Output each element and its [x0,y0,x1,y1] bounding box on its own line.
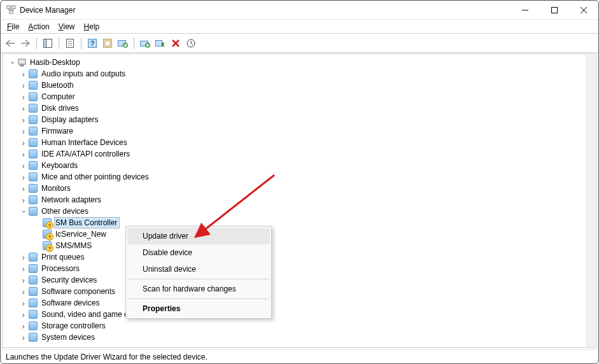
uninstall-device-icon[interactable] [169,36,183,50]
update-driver-icon[interactable] [138,36,152,50]
action-icon[interactable] [101,36,115,50]
disable-device-icon[interactable] [153,36,167,50]
tree-category[interactable]: Display adapters [5,114,596,125]
device-tree[interactable]: Hasib-Desktop Audio inputs and outputs B… [3,54,596,346]
tree-category-label: System devices [41,332,97,342]
expand-toggle-icon[interactable] [19,104,28,113]
tree-root[interactable]: Hasib-Desktop [5,57,596,68]
tree-category[interactable]: Other devices [5,206,596,217]
expand-toggle-icon[interactable] [19,195,28,204]
expand-toggle-icon[interactable] [19,150,28,158]
tree-category[interactable]: Monitors [5,183,596,194]
maximize-button[interactable] [540,1,569,20]
expand-toggle-icon[interactable] [19,115,28,124]
tree-category[interactable]: Keyboards [5,160,596,171]
tree-category[interactable]: Bluetooth [5,80,596,91]
expand-toggle-icon[interactable] [19,161,28,170]
device-category-icon [28,160,38,171]
menu-help[interactable]: Help [80,21,104,32]
properties-icon[interactable] [63,36,77,50]
context-menu-item[interactable]: Uninstall device [127,261,270,277]
tree-category-label: Human Interface Devices [41,137,129,148]
device-category-icon [28,286,38,297]
svg-rect-16 [105,41,110,46]
expand-toggle-icon[interactable] [8,58,17,67]
menu-action[interactable]: Action [24,21,53,32]
tree-device-label: SM Bus Controller [55,218,119,228]
context-menu-separator [128,279,269,279]
unknown-device-icon [42,241,52,251]
tree-category[interactable]: Software components [5,286,596,297]
refresh-icon[interactable] [184,36,198,50]
close-button[interactable] [569,1,598,20]
expand-toggle-icon[interactable] [19,207,28,216]
expand-toggle-icon[interactable] [19,184,28,193]
tree-category[interactable]: Security devices [5,274,596,286]
device-category-icon [28,321,38,331]
context-menu-item[interactable]: Disable device [127,244,270,261]
expand-toggle-icon[interactable] [19,92,28,101]
expand-toggle-icon[interactable] [19,310,28,319]
minimize-button[interactable] [511,1,540,20]
context-menu-item[interactable]: Properties [127,300,270,317]
device-category-icon [28,206,38,216]
expand-toggle-icon[interactable] [19,69,28,78]
tree-category[interactable]: Firmware [5,125,596,137]
expand-toggle-icon[interactable] [19,138,28,147]
expand-toggle-icon[interactable] [19,321,28,330]
show-hide-console-tree-icon[interactable] [41,36,55,50]
menu-view[interactable]: View [55,21,79,32]
tree-category-label: IDE ATA/ATAPI controllers [41,149,132,159]
device-category-icon [28,92,38,102]
expand-toggle-icon[interactable] [19,333,28,342]
forward-button[interactable] [18,36,32,50]
tree-category[interactable]: Software devices [5,297,596,309]
tree-category[interactable]: System devices [5,332,596,343]
context-menu-item[interactable]: Update driver [127,228,270,244]
toolbar-separator [36,38,37,49]
tree-device-item[interactable]: SM Bus Controller [5,217,596,228]
menubar: File Action View Help [1,20,598,34]
unknown-device-icon [42,218,52,228]
svg-rect-1 [11,6,15,9]
tree-category[interactable]: Mice and other pointing devices [5,171,596,183]
tree-device-item[interactable]: IcService_New [5,228,596,240]
expand-toggle-icon[interactable] [19,287,28,296]
expand-toggle-icon[interactable] [19,298,28,307]
vertical-scrollbar[interactable] [586,55,596,347]
expand-toggle-icon[interactable] [19,253,28,262]
tree-category-label: Other devices [41,206,90,216]
back-button[interactable] [3,36,17,50]
tree-device-item[interactable]: SMS/MMS [5,240,596,251]
tree-category[interactable]: IDE ATA/ATAPI controllers [5,148,596,160]
device-category-icon [28,103,38,113]
tree-category[interactable]: Processors [5,263,596,274]
svg-rect-21 [156,40,162,46]
tree-category[interactable]: Sound, video and game controllers [5,309,596,320]
tree-category[interactable]: Network adapters [5,194,596,206]
menu-file[interactable]: File [3,21,23,32]
tree-category-label: Software components [41,286,117,297]
tree-category-label: Software devices [41,298,101,308]
tree-category[interactable]: Audio inputs and outputs [5,68,596,80]
tree-category[interactable]: Computer [5,91,596,102]
tree-category[interactable]: Human Interface Devices [5,137,596,148]
app-icon [6,5,16,15]
titlebar: Device Manager [1,1,598,20]
expand-toggle-icon[interactable] [19,127,28,136]
expand-toggle-icon[interactable] [19,264,28,273]
tree-category[interactable]: Disk drives [5,102,596,114]
context-menu: Update driverDisable deviceUninstall dev… [125,226,272,319]
svg-text:?: ? [90,39,95,47]
tree-category-label: Keyboards [41,160,80,171]
context-menu-item[interactable]: Scan for hardware changes [127,281,270,297]
tree-category[interactable]: Print queues [5,251,596,263]
device-category-icon [28,195,38,205]
statusbar-text: Launches the Update Driver Wizard for th… [6,353,208,361]
help-icon[interactable]: ? [85,36,99,50]
expand-toggle-icon[interactable] [19,276,28,284]
scan-hardware-icon[interactable] [116,36,130,50]
tree-category[interactable]: Storage controllers [5,320,596,332]
expand-toggle-icon[interactable] [19,81,28,90]
expand-toggle-icon[interactable] [19,172,28,181]
